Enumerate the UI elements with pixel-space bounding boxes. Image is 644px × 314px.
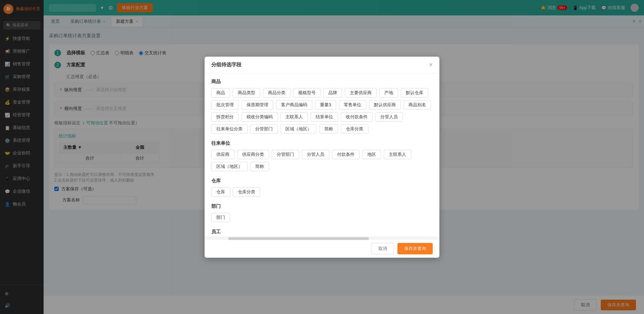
modal-header: 分组待选字段 × bbox=[205, 57, 439, 73]
field-section-title-staff: 员工 bbox=[211, 229, 433, 235]
field-tag[interactable]: 往来单位分类 bbox=[211, 124, 248, 134]
modal-cancel-btn[interactable]: 取消 bbox=[371, 243, 394, 254]
field-tags-warehouse: 仓库仓库分类 bbox=[211, 187, 433, 197]
field-tag[interactable]: 商品别名 bbox=[404, 100, 431, 110]
field-tag[interactable]: 仓库分类 bbox=[233, 187, 260, 197]
field-tag[interactable]: 供应商 bbox=[211, 150, 234, 159]
modal-body: 商品商品商品类型商品分类规格型号品牌主要供应商产地默认仓库批次管理保质期管理客户… bbox=[205, 73, 439, 237]
field-tag[interactable]: 地区 bbox=[362, 150, 381, 159]
field-tag[interactable]: 仓库分类 bbox=[341, 124, 368, 134]
modal-hscroll-thumb bbox=[228, 237, 369, 240]
field-section-partner: 往来单位供应商供应商分类分管部门分管人员付款条件地区主联系人区域（地区）简称 bbox=[211, 140, 433, 171]
field-tag[interactable]: 产地 bbox=[379, 88, 398, 98]
field-tag[interactable]: 客户商品编码 bbox=[276, 100, 312, 110]
field-tag[interactable]: 主联系人 bbox=[280, 112, 308, 122]
field-section-title-warehouse: 仓库 bbox=[211, 178, 433, 184]
field-tag[interactable]: 零售单位 bbox=[339, 100, 366, 110]
field-tag[interactable]: 重量3 bbox=[315, 100, 336, 110]
field-tag[interactable]: 主要供应商 bbox=[345, 88, 377, 98]
field-tag[interactable]: 规格型号 bbox=[293, 88, 321, 98]
field-section-warehouse: 仓库仓库仓库分类 bbox=[211, 178, 433, 197]
field-tag[interactable]: 分管人员 bbox=[375, 112, 403, 122]
field-tag[interactable]: 付款条件 bbox=[332, 150, 360, 159]
field-tag[interactable]: 区域（地区） bbox=[211, 162, 248, 171]
field-section-goods: 商品商品商品类型商品分类规格型号品牌主要供应商产地默认仓库批次管理保质期管理客户… bbox=[211, 79, 433, 134]
field-tags-goods: 商品商品类型商品分类规格型号品牌主要供应商产地默认仓库批次管理保质期管理客户商品… bbox=[211, 88, 433, 134]
field-section-department: 部门部门 bbox=[211, 203, 433, 222]
field-section-title-partner: 往来单位 bbox=[211, 140, 433, 146]
field-tag[interactable]: 品牌 bbox=[323, 88, 342, 98]
field-tag[interactable]: 区域（地区） bbox=[280, 124, 317, 134]
modal: 分组待选字段 × 商品商品商品类型商品分类规格型号品牌主要供应商产地默认仓库批次… bbox=[205, 57, 439, 258]
field-tag[interactable]: 批次管理 bbox=[211, 100, 239, 110]
field-tag[interactable]: 部门 bbox=[211, 213, 230, 222]
field-tag[interactable]: 税收分类编码 bbox=[241, 112, 278, 122]
field-tag[interactable]: 供应商分类 bbox=[237, 150, 269, 159]
field-tag[interactable]: 保质期管理 bbox=[241, 100, 273, 110]
modal-title: 分组待选字段 bbox=[211, 62, 241, 68]
field-section-staff: 员工业务员 bbox=[211, 229, 433, 237]
field-section-title-goods: 商品 bbox=[211, 79, 433, 85]
field-tag[interactable]: 默认仓库 bbox=[401, 88, 428, 98]
field-tags-partner: 供应商供应商分类分管部门分管人员付款条件地区主联系人区域（地区）简称 bbox=[211, 150, 433, 171]
field-tag[interactable]: 默认供应商 bbox=[369, 100, 401, 110]
field-tag[interactable]: 简称 bbox=[250, 162, 269, 171]
field-tag[interactable]: 商品 bbox=[211, 88, 230, 98]
field-tag[interactable]: 分管部门 bbox=[272, 150, 299, 159]
modal-footer: 取消 保存并查询 bbox=[205, 239, 439, 258]
field-tag[interactable]: 主联系人 bbox=[384, 150, 411, 159]
field-tag[interactable]: 拆货积分 bbox=[211, 112, 239, 122]
field-tag[interactable]: 仓库 bbox=[211, 187, 230, 197]
modal-confirm-btn[interactable]: 保存并查询 bbox=[397, 243, 433, 254]
field-tag[interactable]: 分管部门 bbox=[250, 124, 278, 134]
field-tag[interactable]: 收付款条件 bbox=[341, 112, 373, 122]
modal-horizontal-scrollbar[interactable] bbox=[205, 237, 439, 239]
field-tag[interactable]: 商品类型 bbox=[233, 88, 260, 98]
field-tags-department: 部门 bbox=[211, 213, 433, 222]
field-tag[interactable]: 商品分类 bbox=[263, 88, 290, 98]
field-tag[interactable]: 分管人员 bbox=[302, 150, 329, 159]
modal-overlay: 分组待选字段 × 商品商品商品类型商品分类规格型号品牌主要供应商产地默认仓库批次… bbox=[0, 0, 644, 314]
field-section-title-department: 部门 bbox=[211, 203, 433, 209]
field-tag[interactable]: 结算单位 bbox=[311, 112, 338, 122]
field-tag[interactable]: 简称 bbox=[319, 124, 338, 134]
modal-close-btn[interactable]: × bbox=[429, 61, 433, 68]
